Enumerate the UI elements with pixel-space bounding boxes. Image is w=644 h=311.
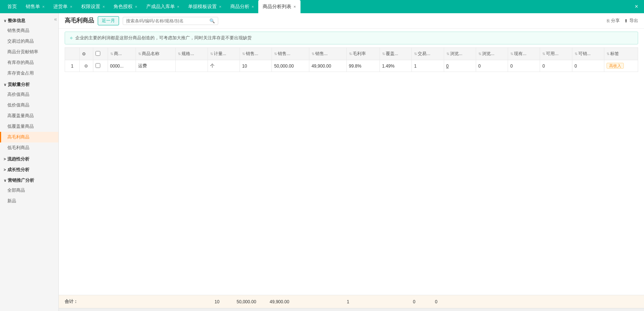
- sort-icon-tag[interactable]: ⇅: [607, 52, 609, 56]
- row-checkbox[interactable]: [96, 63, 100, 68]
- share-button[interactable]: ⎘ 分享: [607, 18, 620, 24]
- sort-icon-sales_amount[interactable]: ⇅: [274, 52, 277, 56]
- sort-icon-spec[interactable]: ⇅: [178, 52, 181, 56]
- nav-item-权限设置[interactable]: 权限设置×: [77, 0, 109, 13]
- col-label-unit: 计量...: [214, 51, 226, 57]
- sidebar-group-贡献量分析[interactable]: ∨贡献量分析: [0, 79, 58, 89]
- nav-close-icon[interactable]: ×: [102, 4, 105, 9]
- sidebar-item-全部商品[interactable]: 全部商品: [0, 185, 58, 196]
- col-label-coverage: 覆盖...: [386, 51, 398, 57]
- col-header-view1: ⇅浏览...: [444, 48, 476, 60]
- col-header-view2: ⇅浏览...: [476, 48, 508, 60]
- nav-item-首页[interactable]: 首页: [3, 0, 21, 13]
- sort-icon-unit[interactable]: ⇅: [210, 52, 213, 56]
- cell-current_stock: 0: [508, 60, 540, 72]
- col-header-gross_margin: ⇅毛利率: [346, 48, 379, 60]
- sort-icon-name[interactable]: ⇅: [138, 52, 141, 56]
- close-all-tabs[interactable]: ×: [632, 3, 641, 10]
- sidebar-group-营销推广分析[interactable]: ∨营销推广分析: [0, 174, 58, 185]
- col-label-name: 商品名称: [142, 51, 159, 57]
- cell-settings[interactable]: ⚙: [80, 60, 93, 72]
- sidebar-collapse-button[interactable]: «: [54, 16, 57, 22]
- nav-close-icon[interactable]: ×: [135, 4, 137, 9]
- sidebar-item-低毛利商品[interactable]: 低毛利商品: [0, 142, 58, 153]
- sidebar-group-流趋性分析[interactable]: >流趋性分析: [0, 153, 58, 164]
- select-all-checkbox[interactable]: [96, 51, 100, 56]
- sidebar-item-高毛利商品[interactable]: 高毛利商品: [0, 132, 58, 142]
- sort-icon-sales_qty[interactable]: ⇅: [242, 52, 245, 56]
- col-label-sales_profit: 销售...: [315, 51, 328, 57]
- footer-cells: 1050,000.0049,900.00100: [84, 299, 638, 304]
- col-label-settings: ⚙: [82, 51, 86, 57]
- sidebar-item-商品分贡献销率[interactable]: 商品分贡献销率: [0, 47, 58, 57]
- export-button[interactable]: ⬆ 导出: [624, 18, 638, 24]
- sort-icon-view1[interactable]: ⇅: [446, 52, 449, 56]
- sidebar-item-交易过的商品[interactable]: 交易过的商品: [0, 36, 58, 47]
- nav-item-商品分析列表[interactable]: 商品分析列表×: [258, 0, 300, 13]
- footer-cell-empty2: [98, 299, 109, 304]
- nav-close-icon[interactable]: ×: [177, 4, 179, 9]
- table-wrapper: ⚙⇅商...⇅商品名称⇅规格...⇅计量...⇅销售...⇅销售...⇅销售..…: [59, 47, 644, 295]
- nav-close-icon[interactable]: ×: [42, 4, 44, 9]
- export-icon: ⬆: [624, 18, 628, 23]
- sidebar-group-成长性分析[interactable]: >成长性分析: [0, 164, 58, 174]
- sort-icon-transaction[interactable]: ⇅: [414, 52, 417, 56]
- header-actions: ⎘ 分享 ⬆ 导出: [607, 18, 638, 24]
- sort-icon-gross_margin[interactable]: ⇅: [349, 52, 352, 56]
- col-label-transaction: 交易...: [418, 51, 430, 57]
- content-area: 高毛利商品 近一月 🔍 ⎘ 分享 ⬆ 导出 ✧ 企业的主要的利润都是这部分商品创…: [59, 13, 644, 311]
- col-label-code: 商...: [114, 51, 122, 57]
- nav-close-icon[interactable]: ×: [252, 4, 254, 9]
- footer-cell-empty6: [190, 299, 212, 304]
- nav-item-单据模板设置[interactable]: 单据模板设置×: [184, 0, 226, 13]
- nav-close-icon[interactable]: ×: [219, 4, 221, 9]
- nav-close-icon[interactable]: ×: [70, 4, 72, 9]
- col-header-sales_qty: ⇅销售...: [240, 48, 271, 60]
- nav-item-进货单[interactable]: 进货单×: [49, 0, 76, 13]
- sidebar-item-有库存的商品[interactable]: 有库存的商品: [0, 57, 58, 68]
- nav-item-角色授权[interactable]: 角色授权×: [109, 0, 141, 13]
- sort-icon-coverage[interactable]: ⇅: [382, 52, 385, 56]
- sidebar-group-label: 整体信息: [8, 18, 25, 24]
- col-label-sales_amount: 销售...: [278, 51, 290, 57]
- horizontal-scrollbar[interactable]: [59, 308, 644, 311]
- search-input[interactable]: [126, 18, 209, 23]
- sort-icon-current_stock[interactable]: ⇅: [510, 52, 513, 56]
- sidebar-group-整体信息[interactable]: ∨整体信息: [0, 15, 58, 25]
- sort-icon-view2[interactable]: ⇅: [478, 52, 481, 56]
- nav-item-产成品入库单[interactable]: 产成品入库单×: [142, 0, 184, 13]
- top-navigation: 首页销售单×进货单×权限设置×角色授权×产成品入库单×单据模板设置×商品分析×商…: [0, 0, 644, 13]
- sidebar-item-新品[interactable]: 新品: [0, 196, 58, 206]
- nav-close-icon[interactable]: ×: [294, 4, 296, 9]
- info-banner: ✧ 企业的主要的利润都是这部分商品创造的，可考虑加大推广，同时关注库存是不要出现…: [65, 32, 638, 44]
- info-banner-text: 企业的主要的利润都是这部分商品创造的，可考虑加大推广，同时关注库存是不要出现缺货: [75, 35, 252, 41]
- col-label-available_stock: 可用...: [546, 51, 558, 57]
- sidebar-item-库存资金占用[interactable]: 库存资金占用: [0, 68, 58, 79]
- nav-item-商品分析[interactable]: 商品分析×: [226, 0, 258, 13]
- sort-icon-sales_profit[interactable]: ⇅: [312, 52, 314, 56]
- footer-cell-current_stock: 0: [411, 299, 433, 304]
- sidebar-item-高价值商品[interactable]: 高价值商品: [0, 89, 58, 100]
- sidebar-item-低价值商品[interactable]: 低价值商品: [0, 100, 58, 111]
- sort-icon-code[interactable]: ⇅: [110, 52, 113, 56]
- cell-checkbox: [93, 60, 108, 72]
- col-header-spec: ⇅规格...: [176, 48, 208, 60]
- cell-tag: 高收入: [604, 60, 638, 72]
- sidebar: « ∨整体信息销售类商品交易过的商品商品分贡献销率有库存的商品库存资金占用∨贡献…: [0, 13, 59, 311]
- sidebar-item-销售类商品[interactable]: 销售类商品: [0, 25, 58, 36]
- sort-icon-available_stock[interactable]: ⇅: [542, 52, 545, 56]
- cell-view1: 0: [444, 60, 476, 72]
- search-icon[interactable]: 🔍: [209, 18, 215, 23]
- col-header-checkbox[interactable]: [93, 48, 108, 60]
- sidebar-group-label: 营销推广分析: [8, 177, 34, 184]
- footer-cell-empty8: [323, 299, 345, 304]
- sort-icon-saleable_stock[interactable]: ⇅: [575, 52, 578, 56]
- chevron-icon: >: [4, 168, 6, 172]
- col-header-settings[interactable]: ⚙: [80, 48, 93, 60]
- filter-recent-month-button[interactable]: 近一月: [98, 16, 119, 25]
- sidebar-item-低覆盖量商品[interactable]: 低覆盖量商品: [0, 121, 58, 132]
- view-link[interactable]: 0: [446, 64, 449, 69]
- chevron-icon: ∨: [4, 19, 6, 23]
- sidebar-item-高覆盖量商品[interactable]: 高覆盖量商品: [0, 111, 58, 121]
- nav-item-销售单[interactable]: 销售单×: [21, 0, 49, 13]
